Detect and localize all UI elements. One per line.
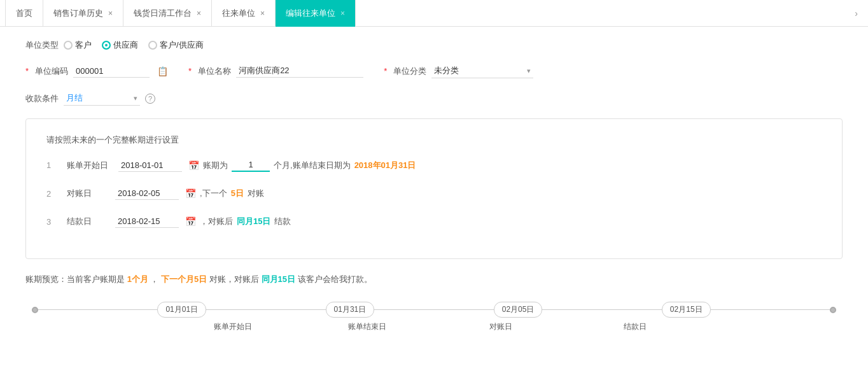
timeline-label-1: 账单开始日 [214,321,252,332]
tab-partner-close[interactable]: × [260,9,265,18]
timeline-tag-3: 02月05日 [494,302,543,318]
period-row-2: 2 对账日 📅 ,下一个 5日 对账 [46,187,822,200]
period-box: 请按照未来的一个完整帐期进行设置 1 账单开始日 📅 账期为 个月,账单结束日期… [25,118,843,259]
timeline-node-2: 01月31日 [326,302,375,318]
preview-months: 1个月 [127,274,148,284]
radio-customer-supplier[interactable]: 客户/供应商 [148,39,204,51]
payment-date-input[interactable] [115,215,179,228]
payment-suffix: 结款 [274,216,291,227]
timeline-tag-4: 02月15日 [662,302,711,318]
unit-type-field: 单位类型 客户 供应商 客户/供应商 [25,39,204,51]
timeline: 01月01日 01月31日 02月05日 02月15日 [25,302,843,318]
preview-mid: 对账，对账后 [209,274,259,284]
reconcile-prefix: ,下一个 [200,188,227,199]
preview-sep1: ， [150,274,158,284]
payment-value: 月结 [66,92,131,104]
payment-row: 收款条件 月结 ▾ ? [25,91,843,106]
tab-edit-partner-close[interactable]: × [340,9,345,18]
unit-name-field: * 单位名称 [188,65,363,78]
radio-supplier-circle [102,41,111,50]
period-label-3: 结款日 [67,216,105,227]
start-date-cal[interactable]: 📅 [188,160,199,171]
timeline-node-3: 02月05日 [494,302,543,318]
payment-date-cal[interactable]: 📅 [185,216,196,227]
payment-day: 同月15日 [237,216,270,227]
unit-code-field: * 单位编码 📋 [25,65,168,78]
timeline-node-4: 02月15日 [662,302,711,318]
radio-customer-label: 客户 [75,39,92,51]
tab-cash-work[interactable]: 钱货日清工作台 × [123,0,212,27]
unit-name-required: * [188,66,192,76]
period-for-label: 账期为 [203,160,228,171]
payment-dropdown[interactable]: 月结 ▾ [64,91,140,106]
tab-sales-history-close[interactable]: × [108,9,113,18]
period-row-1: 1 账单开始日 📅 账期为 个月,账单结束日期为 2018年01月31日 [46,158,822,172]
unit-code-label: 单位编码 [35,66,68,77]
timeline-line-3 [374,309,493,310]
timeline-line-5 [711,309,830,310]
timeline-start-dot [32,307,38,313]
preview-reconcile: 下一个月5日 [161,274,207,284]
radio-customer[interactable]: 客户 [64,39,92,51]
tab-sales-history[interactable]: 销售订单历史 × [43,0,123,27]
timeline-line-1 [38,309,157,310]
unit-type-row: 单位类型 客户 供应商 客户/供应商 [25,39,843,51]
timeline-tag-2: 01月31日 [326,302,375,318]
timeline-line-2 [206,309,325,310]
help-icon[interactable]: ? [145,94,155,104]
payment-prefix: ，对账后 [200,216,233,227]
payment-label: 收款条件 [25,93,59,104]
timeline-line-4 [542,309,661,310]
tabs-bar: 首页 销售订单历史 × 钱货日清工作台 × 往来单位 × 编辑往来单位 × › [0,0,868,27]
reconcile-date-cal[interactable]: 📅 [185,188,196,199]
period-num-2: 2 [46,189,57,199]
radio-supplier[interactable]: 供应商 [102,39,138,51]
period-label-1: 账单开始日 [67,160,108,171]
period-months-input[interactable] [232,158,270,172]
period-months-label: 个月,账单结束日期为 [274,160,351,171]
unit-type-label: 单位类型 [25,39,59,51]
payment-field: 收款条件 月结 ▾ ? [25,91,155,106]
period-end-date: 2018年01月31日 [354,160,416,171]
unit-class-label: 单位分类 [393,66,426,77]
timeline-labels: 账单开始日 账单结束日 对账日 结款日 [25,318,843,332]
unit-code-icon[interactable]: 📋 [157,66,168,76]
unit-class-field: * 单位分类 未分类 ▾ [384,64,533,78]
tab-home[interactable]: 首页 [5,0,43,27]
main-content: 单位类型 客户 供应商 客户/供应商 * 单位编码 [0,27,868,387]
unit-name-label: 单位名称 [198,66,231,77]
tab-edit-partner[interactable]: 编辑往来单位 × [276,0,356,27]
unit-code-required: * [25,66,29,76]
payment-arrow: ▾ [134,94,137,102]
timeline-label-4: 结款日 [624,321,647,332]
reconcile-suffix: 对账 [248,188,264,199]
unit-class-select[interactable]: 未分类 ▾ [431,64,533,78]
reconcile-date-input[interactable] [115,187,179,200]
radio-cs-circle [148,41,157,50]
period-label-2: 对账日 [67,188,105,199]
radio-group: 客户 供应商 客户/供应商 [64,39,204,51]
period-num-1: 1 [46,160,57,170]
preview-label: 账期预览：当前客户账期是 [25,274,125,284]
unit-code-input[interactable] [73,65,150,78]
reconcile-day: 5日 [231,188,244,199]
timeline-node-1: 01月01日 [157,302,206,318]
timeline-label-2: 账单结束日 [348,321,386,332]
period-value-2: 📅 ,下一个 5日 对账 [115,187,264,200]
period-num-3: 3 [46,217,57,227]
unit-name-input[interactable] [236,65,363,78]
start-date-input[interactable] [118,159,182,172]
period-value-1: 📅 账期为 个月,账单结束日期为 2018年01月31日 [118,158,416,172]
unit-class-value: 未分类 [434,65,527,76]
tab-partner[interactable]: 往来单位 × [212,0,276,27]
unit-class-arrow: ▾ [527,67,531,75]
timeline-end-dot [830,307,836,313]
radio-supplier-label: 供应商 [113,39,138,51]
radio-customer-circle [64,41,73,50]
tabs-scroll-right[interactable]: › [850,8,863,18]
preview-end: 该客户会给我打款。 [298,274,372,284]
unit-info-row: * 单位编码 📋 * 单位名称 * 单位分类 未分类 ▾ [25,64,843,78]
preview-text: 账期预览：当前客户账期是 1个月 ， 下一个月5日 对账，对账后 同月15日 该… [25,272,843,286]
tab-cash-work-close[interactable]: × [197,9,201,18]
timeline-label-3: 对账日 [489,321,512,332]
